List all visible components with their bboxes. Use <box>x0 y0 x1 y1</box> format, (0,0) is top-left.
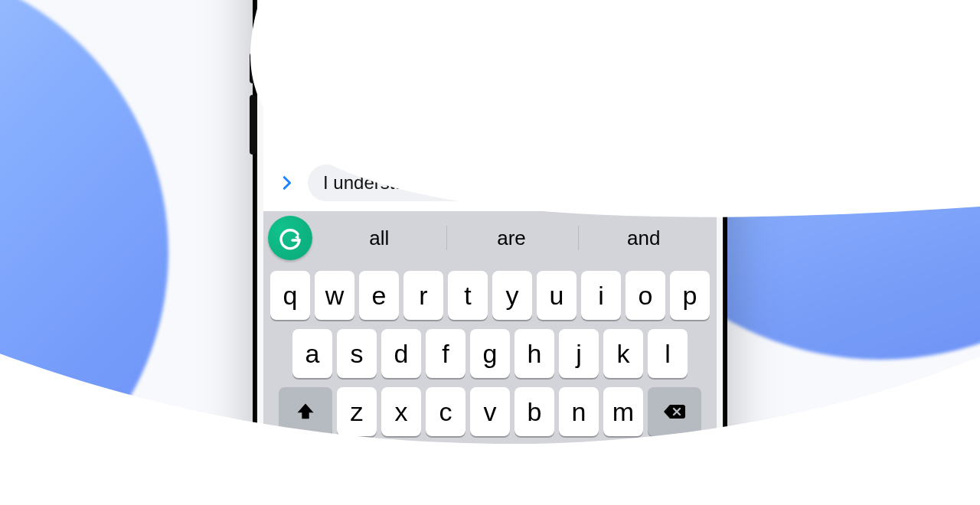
key-x[interactable]: x <box>381 387 421 436</box>
svg-point-6 <box>402 467 404 469</box>
svg-point-2 <box>645 178 649 182</box>
suggestion-label: and <box>627 226 660 250</box>
phone-screen: I understand how busy you a <box>263 0 717 505</box>
svg-point-5 <box>397 461 416 480</box>
svg-point-1 <box>637 178 641 182</box>
key-j[interactable]: j <box>559 329 599 378</box>
keyboard: all are and q w e r t y u i o <box>263 211 717 505</box>
message-input-text: I understand how busy you a <box>323 172 558 194</box>
key-globe[interactable] <box>337 445 380 494</box>
emoji-button[interactable] <box>629 169 657 197</box>
key-t[interactable]: t <box>448 271 488 320</box>
key-numeric[interactable]: 123 <box>273 445 332 494</box>
shift-icon <box>295 401 316 422</box>
suggestion-label: are <box>497 226 526 250</box>
key-k[interactable]: k <box>603 329 643 378</box>
emoji-icon <box>394 458 417 481</box>
key-row-1: q w e r t y u i o p <box>268 271 712 320</box>
smiley-icon <box>630 170 656 196</box>
key-a[interactable]: a <box>292 329 332 378</box>
key-s[interactable]: s <box>337 329 377 378</box>
suggestion-label: all <box>369 226 389 250</box>
phone-power-button <box>724 64 730 148</box>
key-g[interactable]: g <box>470 329 510 378</box>
message-composer: I understand how busy you a <box>263 156 717 210</box>
key-u[interactable]: u <box>537 271 577 320</box>
phone-volume-button <box>250 95 256 155</box>
suggestion-2[interactable]: are <box>446 221 577 255</box>
send-icon <box>671 166 705 200</box>
suggestion-3[interactable]: and <box>578 221 709 255</box>
key-n[interactable]: n <box>559 387 599 436</box>
key-m[interactable]: m <box>603 387 643 436</box>
key-backspace[interactable] <box>648 387 701 436</box>
key-o[interactable]: o <box>626 271 665 320</box>
svg-point-7 <box>407 467 410 469</box>
expand-button[interactable] <box>274 171 299 195</box>
key-y[interactable]: y <box>492 271 532 320</box>
key-d[interactable]: d <box>381 329 421 378</box>
key-emoji[interactable] <box>384 445 427 494</box>
suggestion-1[interactable]: all <box>314 221 445 255</box>
promo-stage: I understand how busy you a <box>0 0 980 505</box>
phone-side-button <box>250 53 256 83</box>
key-q[interactable]: q <box>270 271 310 320</box>
message-input[interactable]: I understand how busy you a <box>308 165 662 201</box>
svg-point-0 <box>631 171 655 195</box>
key-w[interactable]: w <box>315 271 354 320</box>
key-row-3: z x c v b n m <box>268 387 712 436</box>
chevron-right-icon <box>278 174 295 191</box>
backspace-icon <box>662 399 687 424</box>
key-c[interactable]: c <box>426 387 466 436</box>
key-i[interactable]: i <box>581 271 621 320</box>
key-l[interactable]: l <box>648 329 688 378</box>
suggestion-bar: all are and <box>263 211 717 265</box>
key-v[interactable]: v <box>470 387 510 436</box>
key-p[interactable]: p <box>670 271 710 320</box>
key-rows: q w e r t y u i o p a s d <box>263 265 717 494</box>
key-f[interactable]: f <box>426 329 466 378</box>
grammarly-button[interactable] <box>268 216 312 260</box>
key-shift[interactable] <box>279 387 332 436</box>
key-row-2: a s d f g h j k l <box>268 329 712 378</box>
key-e[interactable]: e <box>359 271 399 320</box>
key-row-bottom: 123 <box>268 445 712 494</box>
text-caret <box>559 172 560 194</box>
key-h[interactable]: h <box>514 329 554 378</box>
background-blob-left <box>0 0 168 505</box>
key-b[interactable]: b <box>514 387 554 436</box>
globe-icon <box>347 458 370 481</box>
grammarly-g-icon <box>276 224 304 252</box>
send-button[interactable] <box>671 165 706 200</box>
phone-frame: I understand how busy you a <box>253 0 727 505</box>
key-z[interactable]: z <box>337 387 377 436</box>
key-r[interactable]: r <box>403 271 443 320</box>
